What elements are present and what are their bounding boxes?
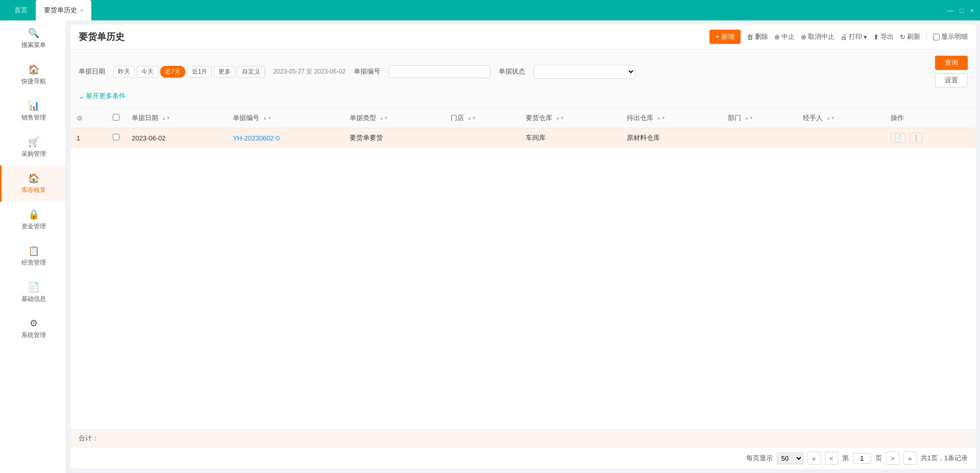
print-dropdown-icon: ▾ [864,33,867,41]
handler-sort-icon[interactable]: ▲▼ [826,116,835,121]
refresh-button[interactable]: ↻ 刷新 [900,32,920,41]
sidebar-item-basicinfo-label: 基础信息 [21,295,46,303]
expand-btn[interactable]: ⌄ 展开更多条件 [79,91,126,101]
date-btn-more[interactable]: 更多 [214,66,235,78]
top-bar-right: — □ × [947,7,974,14]
query-button[interactable]: 查询 [935,56,968,70]
setting-button[interactable]: 设置 [935,73,968,87]
finance-icon: 🔒 [28,209,39,220]
next-btn[interactable]: > [886,452,899,465]
row-checkbox[interactable] [113,134,119,140]
more-ops-btn[interactable]: ⋮ [910,133,923,143]
table-row: 1 2023-06-02 YH-20230602-0 要货单要货 车间库 原材料… [70,128,976,148]
td-dept [722,128,797,148]
cancel-stop-button[interactable]: ⊗ 取消中止 [801,32,835,41]
sidebar-item-inventory[interactable]: 🏠 库存核算 [0,165,66,202]
req-warehouse-sort-icon[interactable]: ▲▼ [555,116,565,121]
quicknav-icon: 🏠 [28,64,39,75]
maximize-icon[interactable]: □ [960,7,964,14]
th-dept: 部门 ▲▼ [722,108,797,128]
cancel-stop-icon: ⊗ [801,33,806,41]
td-pending-warehouse: 原材料仓库 [621,128,722,148]
delete-button[interactable]: 🗑 删除 [747,32,768,41]
page-size-select[interactable]: 50 10 20 100 [777,453,803,464]
close-window-icon[interactable]: × [970,7,974,14]
export-button[interactable]: ⬆ 导出 [873,32,894,41]
th-order-no: 单据编号 ▲▼ [227,108,343,128]
page-label: 第 [842,454,849,463]
order-no-link[interactable]: YH-20230602-0 [233,134,280,142]
dept-sort-icon[interactable]: ▲▼ [744,116,753,121]
th-dept-label: 部门 [728,114,741,122]
action-buttons: 查询 设置 [935,56,968,87]
th-store-label: 门店 [451,114,464,122]
view-detail-btn[interactable]: 📄 [891,133,905,143]
order-num-label: 单据编号 [354,67,380,76]
sidebar-item-quicknav[interactable]: 🏠 快捷导航 [0,57,66,93]
sidebar-item-basicinfo[interactable]: 📄 基础信息 [0,274,66,311]
total-info: 共1页，1条记录 [921,454,968,463]
date-btn-yesterday[interactable]: 昨天 [113,66,135,78]
order-num-input[interactable] [388,65,491,78]
date-sort-icon[interactable]: ▲▼ [162,116,171,121]
date-btn-custom[interactable]: 自定义 [237,66,265,78]
pending-warehouse-sort-icon[interactable]: ▲▼ [656,116,666,121]
sidebar-item-search[interactable]: 🔍 搜索菜单 [0,20,66,57]
date-btn-today[interactable]: 今天 [137,66,158,78]
toolbar-divider [926,33,927,41]
display-cells-label: 显示明细 [941,32,968,41]
expand-icon: ⌄ [79,92,84,100]
sidebar-item-finance[interactable]: 🔒 资金管理 [0,202,66,238]
th-checkbox [107,108,126,128]
add-button[interactable]: + 新增 [709,30,741,44]
sidebar-item-system-label: 系统管理 [21,331,46,340]
date-filter-buttons: 昨天 今天 近7天 近1月 更多 自定义 [113,66,265,78]
stop-label: 中止 [781,32,795,41]
sidebar-item-system[interactable]: ⚙ 系统管理 [0,311,66,347]
sidebar-item-purchase-label: 采购管理 [21,150,46,158]
display-cells-toggle[interactable]: 显示明细 [933,32,968,41]
th-settings[interactable]: ⚙ [70,108,107,128]
print-icon: 🖨 [841,33,847,41]
th-pending-warehouse: 待出仓库 ▲▼ [621,108,722,128]
print-button[interactable]: 🖨 打印 ▾ [841,32,867,41]
status-select[interactable] [533,65,635,79]
page-input[interactable] [853,453,871,464]
page-title: 要货单历史 [79,31,125,43]
th-date: 单据日期 ▲▼ [126,108,227,128]
tab-active-label: 要货单历史 [44,6,77,15]
sidebar-item-sales[interactable]: 📊 销售管理 [0,93,66,129]
sidebar-item-operation[interactable]: 📋 经营管理 [0,238,66,274]
table-footer: 合计： [70,429,976,447]
order-no-sort-icon[interactable]: ▲▼ [263,116,272,121]
date-btn-7days[interactable]: 近7天 [160,66,185,78]
close-tab-icon[interactable]: × [80,7,83,13]
sidebar-item-purchase[interactable]: 🛒 采购管理 [0,129,66,165]
minimize-icon[interactable]: — [947,7,954,14]
td-date: 2023-06-02 [126,128,227,148]
prev-group-btn[interactable]: « [807,452,821,465]
export-label: 导出 [880,32,894,41]
stop-button[interactable]: ⊗ 中止 [774,32,795,41]
basicinfo-icon: 📄 [28,281,39,293]
filter-row-1: 单据日期 昨天 今天 近7天 近1月 更多 自定义 2023-05-27 至 2… [79,56,968,87]
filter-row-2: ⌄ 展开更多条件 [79,91,968,101]
prev-btn[interactable]: < [825,452,838,465]
display-cells-checkbox[interactable] [933,34,940,40]
refresh-icon: ↻ [900,33,905,41]
expand-label: 展开更多条件 [86,91,126,101]
date-btn-1month[interactable]: 近1月 [187,66,212,78]
tab-home[interactable]: 首页 [6,0,36,20]
purchase-icon: 🛒 [28,136,39,148]
next-group-btn[interactable]: » [903,452,917,465]
select-all-checkbox[interactable] [113,114,119,121]
td-checkbox [107,128,126,148]
sidebar-item-sales-label: 销售管理 [21,113,46,122]
store-sort-icon[interactable]: ▲▼ [467,116,476,121]
th-req-warehouse: 要货仓库 ▲▼ [520,108,621,128]
print-label: 打印 [849,32,862,41]
th-handler: 经手人 ▲▼ [797,108,885,128]
pagination-bar: 每页显示 50 10 20 100 « < 第 页 > » 共1页，1条记录 [70,447,976,469]
tab-active[interactable]: 要货单历史 × [36,0,91,20]
type-sort-icon[interactable]: ▲▼ [379,116,388,121]
